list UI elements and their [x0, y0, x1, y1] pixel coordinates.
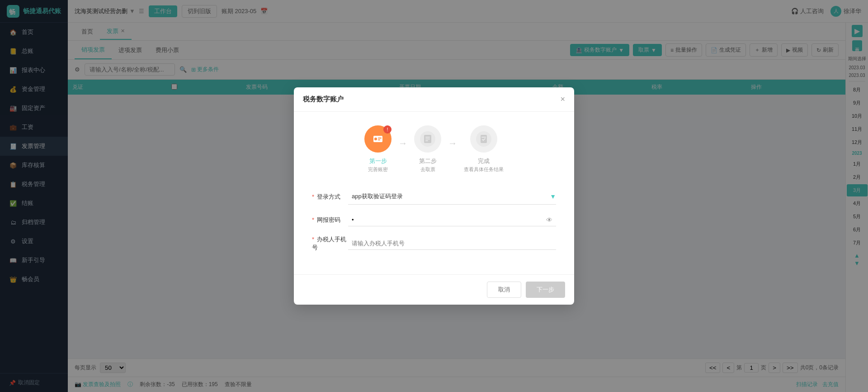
step-arrow-1: →: [398, 125, 407, 148]
step-1-icon-wrap: !: [364, 125, 392, 153]
step-1-badge: !: [383, 125, 392, 134]
step-2-label: 第二步: [419, 157, 437, 165]
svg-rect-5: [378, 138, 382, 139]
step-1-icon: [370, 131, 386, 147]
dialog-header: 税务数字账户 ×: [294, 87, 574, 112]
svg-rect-13: [481, 135, 487, 143]
login-method-label: * 登录方式: [312, 193, 348, 201]
step-arrow-2: →: [448, 125, 457, 148]
svg-point-4: [374, 138, 377, 140]
modal-overlay: 税务数字账户 × !: [0, 0, 868, 392]
svg-rect-10: [425, 139, 430, 139]
password-required: *: [312, 216, 314, 223]
step-complete: 完成 查看具体任务结果: [464, 125, 504, 173]
next-button[interactable]: 下一步: [526, 282, 565, 298]
step-1-label: 第一步: [369, 157, 387, 165]
step-1: ! 第一步 完善账密: [364, 125, 392, 173]
cancel-button[interactable]: 取消: [487, 282, 521, 298]
step-1-desc: 完善账密: [368, 166, 388, 173]
svg-rect-6: [378, 139, 380, 140]
phone-row: * 办税人手机号: [312, 235, 556, 252]
login-method-select[interactable]: app获取验证码登录 ▼: [348, 189, 556, 205]
phone-label: * 办税人手机号: [312, 235, 348, 252]
step-complete-icon-wrap: [470, 125, 497, 153]
step-complete-icon: [476, 131, 491, 147]
login-method-value: app获取验证码登录: [348, 191, 550, 202]
dialog-close-button[interactable]: ×: [560, 95, 565, 104]
phone-input[interactable]: [348, 237, 556, 250]
svg-rect-11: [425, 140, 428, 141]
phone-required: *: [312, 236, 314, 243]
login-method-required: *: [312, 193, 314, 200]
step-2: 第二步 去取票: [414, 125, 441, 173]
dialog-title: 税务数字账户: [303, 95, 344, 104]
password-label: * 网报密码: [312, 216, 348, 224]
password-input[interactable]: [348, 214, 542, 226]
dialog-footer: 取消 下一步: [294, 274, 574, 305]
login-method-dropdown-icon[interactable]: ▼: [550, 193, 556, 200]
svg-rect-9: [425, 137, 430, 138]
step-2-icon: [420, 131, 435, 147]
login-method-row: * 登录方式 app获取验证码登录 ▼: [312, 189, 556, 205]
password-field: 👁: [348, 214, 556, 226]
step-2-icon-wrap: [414, 125, 441, 153]
password-row: * 网报密码 👁: [312, 214, 556, 226]
password-toggle-icon[interactable]: 👁: [542, 216, 556, 224]
step-complete-label: 完成: [478, 157, 490, 165]
svg-rect-14: [481, 137, 486, 138]
steps: ! 第一步 完善账密 →: [312, 125, 556, 173]
dialog-body: ! 第一步 完善账密 →: [294, 112, 574, 274]
tax-digital-dialog: 税务数字账户 × !: [294, 87, 574, 305]
step-complete-desc: 查看具体任务结果: [464, 166, 504, 173]
step-2-desc: 去取票: [420, 166, 435, 173]
